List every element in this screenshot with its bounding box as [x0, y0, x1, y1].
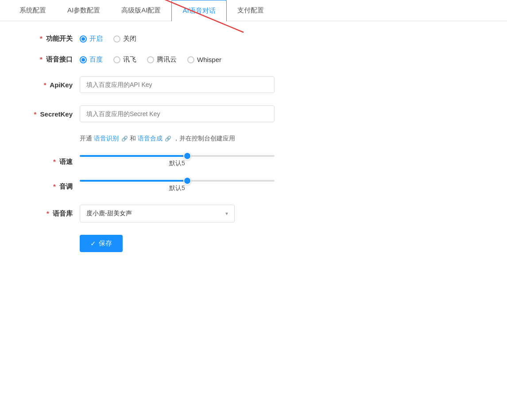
- apikey-row: * ApiKey: [27, 76, 480, 93]
- voice-interface-radio-group: 百度 讯飞 腾讯云 Whisper: [80, 55, 221, 64]
- voice-interface-row: * 语音接口 百度 讯飞 腾讯云 Whisper: [27, 55, 480, 64]
- main-content: * 功能开关 开启 关闭 * 语音接口 百度 讯飞: [0, 21, 507, 265]
- secretkey-row: * SecretKey: [27, 105, 480, 122]
- secretkey-label: * SecretKey: [27, 110, 80, 118]
- save-label: 保存: [99, 239, 112, 248]
- feature-switch-on[interactable]: 开启: [80, 35, 103, 43]
- chevron-down-icon: ▾: [225, 210, 228, 217]
- voice-baidu[interactable]: 百度: [80, 55, 103, 64]
- secretkey-input[interactable]: [80, 105, 275, 122]
- voice-library-row: * 语音库 度小鹿-甜美女声 ▾: [27, 205, 480, 222]
- pitch-row: * 音调 默认5: [27, 180, 480, 192]
- voice-library-value: 度小鹿-甜美女声: [86, 210, 132, 218]
- feature-switch-off[interactable]: 关闭: [113, 35, 136, 43]
- voice-library-label: * 语音库: [27, 210, 80, 218]
- required-mark-2: *: [40, 55, 43, 63]
- save-button[interactable]: ✓ 保存: [80, 235, 123, 252]
- feature-switch-row: * 功能开关 开启 关闭: [27, 35, 480, 43]
- required-mark-4: *: [34, 110, 37, 118]
- voice-xunfei[interactable]: 讯飞: [113, 55, 136, 64]
- voice-synthesis-link[interactable]: 语音合成 🔗: [138, 135, 174, 142]
- speech-rate-slider-container: 默认5: [80, 155, 275, 167]
- pitch-label: * 音调: [27, 180, 80, 191]
- voice-tencent[interactable]: 腾讯云: [147, 55, 177, 64]
- nav-tabs: 系统配置 AI参数配置 高级版AI配置 AI语音对话 支付配置: [0, 0, 507, 21]
- pitch-default: 默认5: [80, 184, 275, 192]
- voice-library-select[interactable]: 度小鹿-甜美女声 ▾: [80, 205, 235, 222]
- speech-rate-label: * 语速: [27, 155, 80, 166]
- required-mark-7: *: [46, 210, 49, 217]
- radio-tencent-label: 腾讯云: [157, 55, 177, 64]
- voice-interface-label: * 语音接口: [27, 55, 80, 64]
- hint-text: 开通 语音识别 🔗 和 语音合成 🔗 ，并在控制台创建应用: [80, 135, 480, 143]
- radio-xunfei-circle: [113, 56, 120, 63]
- required-mark-6: *: [53, 183, 56, 190]
- radio-on-label: 开启: [89, 35, 103, 43]
- required-mark-5: *: [53, 158, 56, 165]
- speech-rate-default: 默认5: [80, 159, 275, 167]
- tab-payment[interactable]: 支付配置: [227, 0, 275, 21]
- required-mark: *: [40, 35, 43, 42]
- radio-whisper-circle: [187, 56, 194, 63]
- link2-icon: 🔗: [165, 136, 171, 142]
- radio-on-circle: [80, 35, 87, 43]
- save-check-icon: ✓: [90, 240, 96, 248]
- radio-baidu-circle: [80, 56, 87, 63]
- voice-recognition-link[interactable]: 语音识别 🔗: [94, 135, 130, 142]
- tab-ai-advanced[interactable]: 高级版AI配置: [111, 0, 171, 21]
- pitch-slider[interactable]: [80, 180, 275, 182]
- radio-whisper-label: Whisper: [197, 56, 221, 63]
- link1-icon: 🔗: [121, 136, 128, 142]
- apikey-input[interactable]: [80, 76, 275, 93]
- radio-tencent-circle: [147, 56, 154, 63]
- tab-system[interactable]: 系统配置: [9, 0, 57, 21]
- required-mark-3: *: [44, 81, 46, 89]
- speech-rate-slider[interactable]: [80, 155, 275, 157]
- apikey-label: * ApiKey: [27, 81, 80, 89]
- tab-ai-params[interactable]: AI参数配置: [57, 0, 111, 21]
- speech-rate-row: * 语速 默认5: [27, 155, 480, 167]
- radio-baidu-label: 百度: [89, 55, 103, 64]
- pitch-slider-container: 默认5: [80, 180, 275, 192]
- feature-switch-radio-group: 开启 关闭: [80, 35, 136, 43]
- tab-ai-voice[interactable]: AI语音对话: [171, 0, 226, 21]
- radio-off-circle: [113, 35, 120, 43]
- feature-switch-label: * 功能开关: [27, 35, 80, 43]
- radio-off-label: 关闭: [123, 35, 136, 43]
- voice-whisper[interactable]: Whisper: [187, 56, 221, 63]
- radio-xunfei-label: 讯飞: [123, 55, 136, 64]
